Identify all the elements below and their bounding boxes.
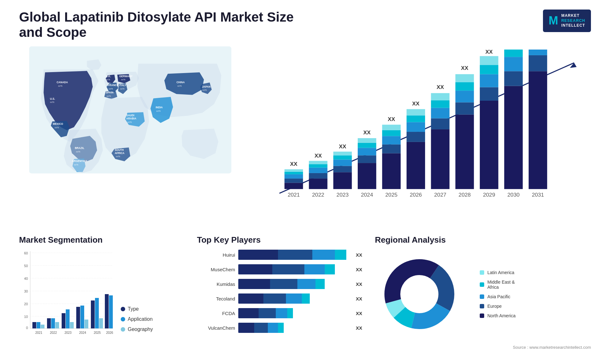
player-bar-segment	[315, 279, 325, 289]
application-label: Application	[128, 316, 152, 322]
svg-rect-99	[504, 71, 523, 86]
svg-text:2022: 2022	[50, 331, 57, 334]
svg-text:30: 30	[24, 289, 28, 293]
svg-text:50: 50	[24, 264, 28, 268]
svg-text:ARABIA: ARABIA	[126, 117, 136, 120]
type-dot	[121, 307, 125, 311]
player-bar-container	[238, 323, 350, 333]
svg-rect-100	[504, 57, 523, 71]
legend-type: Type	[121, 306, 153, 312]
svg-rect-37	[284, 174, 303, 179]
application-dot	[121, 317, 125, 321]
svg-rect-92	[480, 87, 498, 101]
svg-rect-45	[309, 164, 327, 168]
player-bar-container	[238, 293, 350, 304]
seg-chart: 60 50 40 30 20 10 0	[19, 250, 114, 339]
logo-area: M MARKETRESEARCHINTELLECT	[543, 10, 591, 32]
svg-rect-94	[480, 65, 498, 74]
player-bar-segment	[304, 264, 325, 274]
svg-rect-84	[455, 115, 474, 189]
svg-rect-144	[105, 294, 109, 328]
svg-text:2024: 2024	[361, 192, 373, 198]
svg-rect-95	[480, 56, 498, 65]
svg-text:20: 20	[24, 302, 28, 306]
legend-europe: Europe	[480, 304, 516, 309]
svg-text:2021: 2021	[288, 192, 300, 198]
svg-rect-145	[109, 295, 113, 328]
svg-rect-35	[284, 183, 303, 189]
player-name: MuseChem	[197, 267, 235, 272]
svg-rect-60	[358, 138, 376, 143]
svg-rect-136	[76, 307, 80, 328]
svg-text:2026: 2026	[106, 331, 113, 334]
players-title: Top Key Players	[197, 235, 362, 245]
svg-rect-78	[431, 118, 450, 129]
svg-rect-130	[55, 322, 59, 328]
player-bar-segment	[238, 264, 272, 274]
apac-dot	[480, 294, 484, 299]
svg-text:SAUDI: SAUDI	[126, 114, 134, 117]
player-name: Kumidas	[197, 281, 235, 287]
player-row: TecolandXX	[197, 293, 362, 304]
svg-text:XX: XX	[315, 152, 322, 159]
svg-rect-56	[358, 163, 376, 189]
europe-label: Europe	[487, 304, 502, 309]
svg-text:U.K.: U.K.	[106, 75, 111, 78]
svg-rect-134	[70, 322, 74, 328]
svg-text:xx%: xx%	[177, 84, 182, 87]
player-bar-segment	[286, 293, 302, 304]
apac-label: Asia Pacific	[487, 294, 510, 299]
svg-rect-106	[529, 50, 547, 55]
svg-text:2021: 2021	[35, 331, 43, 334]
svg-rect-52	[333, 155, 352, 159]
svg-rect-125	[37, 322, 40, 328]
svg-rect-86	[455, 91, 474, 102]
page-title: Global Lapatinib Ditosylate API Market S…	[19, 10, 305, 40]
player-bar-segment	[254, 323, 268, 333]
player-bar-segment	[297, 279, 315, 289]
player-bar-segment	[278, 323, 284, 333]
svg-rect-57	[358, 155, 376, 163]
map-section: CANADA xx% U.S. xx% MEXICO xx% BRAZIL xx…	[19, 46, 241, 180]
player-bar-segment	[325, 264, 335, 274]
player-bar	[238, 323, 350, 333]
svg-rect-71	[407, 132, 425, 142]
north-america-label: North America	[487, 313, 516, 318]
svg-rect-38	[284, 172, 303, 174]
player-bar-segment	[270, 279, 297, 289]
europe-dot	[480, 304, 484, 308]
svg-rect-44	[309, 168, 327, 173]
player-bar-segment	[268, 323, 278, 333]
svg-rect-46	[309, 161, 327, 164]
svg-rect-65	[382, 136, 401, 145]
svg-rect-85	[455, 102, 474, 114]
svg-rect-141	[95, 298, 99, 328]
player-name: Huirui	[197, 252, 235, 258]
svg-text:MEXICO: MEXICO	[53, 123, 63, 125]
player-bar-segment	[276, 308, 287, 318]
svg-text:JAPAN: JAPAN	[202, 85, 210, 88]
svg-text:xx%: xx%	[55, 126, 59, 129]
svg-text:xx%: xx%	[74, 163, 78, 166]
svg-text:AFRICA: AFRICA	[115, 152, 125, 155]
regional-content: Latin America Middle East &Africa Asia P…	[375, 250, 591, 339]
player-bar-segment	[263, 293, 286, 304]
player-bar-segment	[287, 308, 293, 318]
legend-apac: Asia Pacific	[480, 294, 516, 299]
player-name: FCDA	[197, 311, 235, 316]
player-bar-container	[238, 279, 350, 289]
svg-text:2026: 2026	[410, 192, 422, 198]
player-bar-segment	[238, 250, 278, 260]
player-bar-segment	[335, 250, 346, 260]
logo-letter: M	[549, 14, 558, 27]
svg-text:2030: 2030	[507, 192, 519, 198]
mea-dot	[480, 282, 484, 287]
player-bar-segment	[312, 250, 335, 260]
svg-text:SOUTH: SOUTH	[115, 149, 124, 152]
svg-text:XX: XX	[485, 50, 493, 55]
svg-text:2025: 2025	[385, 192, 397, 198]
donut-chart	[375, 250, 470, 339]
svg-rect-63	[382, 153, 401, 189]
top-row: CANADA xx% U.S. xx% MEXICO xx% BRAZIL xx…	[19, 46, 591, 222]
player-value: XX	[356, 296, 362, 301]
